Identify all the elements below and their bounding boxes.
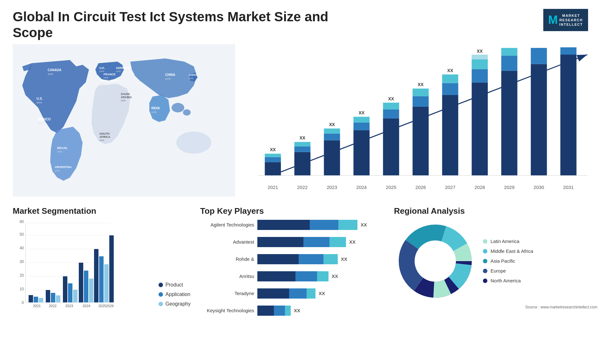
svg-rect-85 xyxy=(531,48,547,64)
bar-seg1 xyxy=(257,254,299,264)
svg-text:CHINA: CHINA xyxy=(165,73,175,77)
bar-seg3 xyxy=(317,271,329,281)
player-row: Keysight Technologies XX xyxy=(200,306,384,316)
player-bar xyxy=(257,237,346,247)
player-name: Teradyne xyxy=(200,291,254,296)
player-row: Anritsu XX xyxy=(200,271,384,281)
svg-text:30: 30 xyxy=(20,260,24,264)
svg-text:2030: 2030 xyxy=(534,185,544,190)
svg-text:XX: XX xyxy=(418,82,424,87)
svg-rect-60 xyxy=(383,103,399,109)
svg-text:xx%: xx% xyxy=(104,76,108,79)
svg-text:JAPAN: JAPAN xyxy=(188,73,198,77)
bar-seg1 xyxy=(257,306,274,316)
svg-text:GERMANY: GERMANY xyxy=(116,66,131,70)
bar-seg3 xyxy=(285,306,291,316)
svg-rect-64 xyxy=(413,96,429,107)
svg-rect-68 xyxy=(442,95,458,176)
svg-text:xx%: xx% xyxy=(116,70,121,73)
player-bar xyxy=(257,306,291,316)
svg-text:CANADA: CANADA xyxy=(48,68,61,72)
svg-rect-79 xyxy=(501,71,518,176)
segmentation-chart: 0 10 20 30 40 50 60 xyxy=(13,220,152,316)
player-name: Agilent Technologies xyxy=(200,222,254,227)
players-section: Top Key Players Agilent Technologies XX … xyxy=(200,206,384,364)
player-row: Advantest XX xyxy=(200,237,384,247)
svg-rect-74 xyxy=(472,69,488,82)
svg-point-35 xyxy=(176,131,211,154)
svg-text:SAUDI: SAUDI xyxy=(121,92,130,96)
donut-svg xyxy=(394,220,477,302)
legend-dot-asia-pacific xyxy=(483,259,487,263)
svg-rect-73 xyxy=(472,83,488,176)
svg-text:FRANCE: FRANCE xyxy=(104,73,116,76)
logo-box: M MARKET RESEARCH INTELLECT xyxy=(543,9,588,31)
svg-text:2028: 2028 xyxy=(475,185,485,190)
bar-seg3 xyxy=(329,237,346,247)
svg-rect-117 xyxy=(68,283,72,302)
svg-text:xx%: xx% xyxy=(151,111,157,114)
logo-letter: M xyxy=(548,12,558,28)
player-name: Anritsu xyxy=(200,273,254,279)
legend-dot-north-america xyxy=(483,279,487,283)
svg-point-34 xyxy=(183,109,191,116)
svg-text:0: 0 xyxy=(22,300,24,305)
bar-seg1 xyxy=(257,237,303,247)
player-bar-container: XX xyxy=(257,306,384,316)
svg-rect-126 xyxy=(104,264,109,302)
svg-rect-114 xyxy=(56,295,60,302)
svg-rect-55 xyxy=(354,117,370,122)
player-xx: XX xyxy=(349,239,356,245)
bar-seg2 xyxy=(303,237,329,247)
svg-text:xx%: xx% xyxy=(38,122,44,125)
svg-text:XX: XX xyxy=(447,68,453,73)
svg-text:2027: 2027 xyxy=(445,185,456,190)
player-name: Keysight Technologies xyxy=(200,308,254,313)
svg-rect-48 xyxy=(324,140,340,175)
svg-rect-108 xyxy=(29,295,33,302)
segmentation-section: Market Segmentation 0 10 20 30 40 50 60 xyxy=(13,206,191,364)
player-bar xyxy=(257,220,357,230)
svg-rect-58 xyxy=(383,118,399,176)
player-row: Teradyne XX xyxy=(200,288,384,299)
legend-item-geography: Geography xyxy=(159,301,191,307)
svg-text:2022: 2022 xyxy=(49,304,57,308)
player-row: Rohde & XX xyxy=(200,254,384,264)
svg-text:xx%: xx% xyxy=(165,77,171,80)
player-bar-container: XX xyxy=(257,271,384,281)
svg-text:XX: XX xyxy=(300,136,306,140)
legend-dot-product xyxy=(159,283,163,287)
legend-item-latin-america: Latin America xyxy=(483,239,533,244)
svg-text:xx%: xx% xyxy=(99,139,104,142)
bar-seg2 xyxy=(289,288,307,299)
svg-text:xx%: xx% xyxy=(37,101,42,104)
legend-item-asia-pacific: Asia Pacific xyxy=(483,258,533,264)
bar-seg3 xyxy=(323,254,338,264)
page-header: Global In Circuit Test Ict Systems Marke… xyxy=(0,0,610,44)
svg-text:INDIA: INDIA xyxy=(151,106,160,110)
player-xx: XX xyxy=(319,291,325,296)
svg-rect-113 xyxy=(51,293,55,302)
bar-seg3 xyxy=(338,220,357,230)
svg-text:ARGENTINA: ARGENTINA xyxy=(55,165,72,169)
svg-text:xx%: xx% xyxy=(48,72,53,76)
bar-seg3 xyxy=(307,288,315,299)
legend-dot-europe xyxy=(483,269,487,273)
players-chart: Agilent Technologies XX Advantest xyxy=(200,220,384,316)
player-bar xyxy=(257,271,329,281)
svg-rect-88 xyxy=(560,55,577,176)
svg-text:2021: 2021 xyxy=(268,185,278,190)
svg-rect-70 xyxy=(442,74,458,83)
svg-rect-80 xyxy=(501,56,518,71)
svg-text:40: 40 xyxy=(20,246,24,250)
svg-text:xx%: xx% xyxy=(121,99,125,102)
bar-seg1 xyxy=(257,288,289,299)
svg-text:XX: XX xyxy=(329,122,335,127)
legend-item-europe: Europe xyxy=(483,268,533,273)
svg-rect-65 xyxy=(413,89,429,96)
svg-rect-109 xyxy=(34,297,38,302)
legend-dot-application xyxy=(159,292,163,297)
svg-text:50: 50 xyxy=(20,232,24,237)
svg-rect-75 xyxy=(472,59,488,69)
source-text: Source : www.marketresearchintellect.com xyxy=(394,305,597,309)
